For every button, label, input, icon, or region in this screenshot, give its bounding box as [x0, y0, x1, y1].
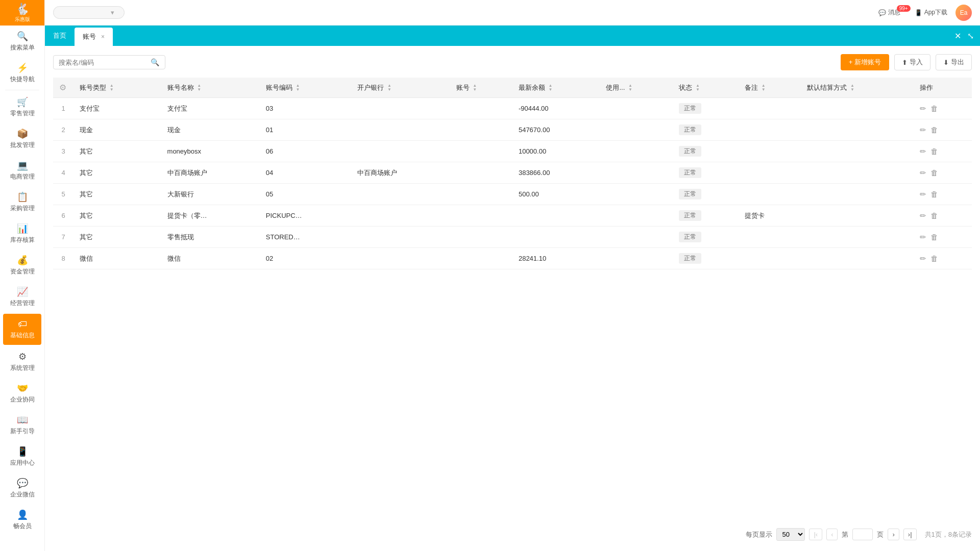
row-actions-1: ✏ 🗑	[914, 98, 972, 119]
row-code-7: STORED…	[260, 227, 352, 248]
delete-button-5[interactable]: 🗑	[930, 190, 938, 198]
page-label: 第	[842, 530, 848, 539]
col-balance[interactable]: 最新余额 ▲▼	[512, 78, 600, 98]
edit-button-1[interactable]: ✏	[920, 104, 926, 113]
edit-button-7[interactable]: ✏	[920, 233, 926, 242]
row-bank-8	[351, 248, 450, 269]
export-button[interactable]: ⬇ 导出	[936, 54, 972, 70]
tab-account[interactable]: 账号 ×	[75, 28, 113, 46]
app-icon: 📱	[915, 9, 922, 16]
row-account-7	[450, 227, 512, 248]
col-usage-label: 使用...	[606, 84, 625, 91]
delete-button-3[interactable]: 🗑	[930, 147, 938, 156]
col-bank[interactable]: 开户银行 ▲▼	[351, 78, 450, 98]
global-search-input[interactable]	[60, 9, 111, 16]
row-code-6: PICKUPC…	[260, 205, 352, 227]
computer-icon: 💻	[17, 160, 28, 171]
col-usage[interactable]: 使用... ▲▼	[600, 78, 673, 98]
edit-button-8[interactable]: ✏	[920, 254, 926, 263]
col-name[interactable]: 账号名称 ▲▼	[161, 78, 260, 98]
sidebar-item-inventory[interactable]: 📊 库存核算	[0, 218, 44, 249]
sidebar-item-guide[interactable]: 📖 新手引导	[0, 409, 44, 441]
last-page-button[interactable]: ›|	[903, 529, 917, 540]
col-code-label: 账号编码	[266, 84, 292, 91]
sidebar-item-wecom[interactable]: 💬 企业微信	[0, 472, 44, 504]
table-row: 1 支付宝 支付宝 03 -90444.00 正常 ✏ 🗑	[53, 98, 972, 119]
page-size-select[interactable]: 50 20 100	[776, 528, 805, 541]
tag-icon: 🏷	[18, 319, 27, 330]
sidebar-item-finance[interactable]: 💰 资金管理	[0, 249, 44, 281]
table-search-box[interactable]: 🔍	[53, 55, 165, 69]
global-search-box[interactable]: ▾	[53, 6, 125, 19]
delete-button-4[interactable]: 🗑	[930, 168, 938, 177]
sidebar-item-retail[interactable]: 🛒 零售管理	[0, 91, 44, 123]
sidebar-item-search[interactable]: 🔍 搜索菜单	[0, 26, 44, 57]
page-number-input[interactable]: 1	[852, 529, 873, 540]
sidebar-item-ecommerce[interactable]: 💻 电商管理	[0, 155, 44, 186]
import-button[interactable]: ⬆ 导入	[894, 54, 930, 70]
sidebar-item-operations[interactable]: 📈 经营管理	[0, 281, 44, 313]
col-type[interactable]: 账号类型 ▲▼	[74, 78, 161, 98]
import-label: 导入	[910, 58, 923, 67]
col-code[interactable]: 账号编码 ▲▼	[260, 78, 352, 98]
edit-button-3[interactable]: ✏	[920, 147, 926, 156]
delete-button-1[interactable]: 🗑	[930, 104, 938, 113]
col-account[interactable]: 账号 ▲▼	[450, 78, 512, 98]
sidebar-item-quicknav[interactable]: ⚡ 快捷导航	[0, 57, 44, 89]
edit-button-6[interactable]: ✏	[920, 211, 926, 220]
tab-close-icon[interactable]: ×	[101, 33, 105, 40]
row-name-5: 大新银行	[161, 184, 260, 205]
table-row: 3 其它 moneybosx 06 10000.00 正常 ✏ 🗑	[53, 141, 972, 162]
sidebar-item-purchase[interactable]: 📋 采购管理	[0, 186, 44, 218]
tab-expand-button[interactable]: ⤡	[965, 29, 976, 43]
row-settlement-5	[801, 184, 914, 205]
col-remark[interactable]: 备注 ▲▼	[739, 78, 801, 98]
col-settings[interactable]: ⚙	[53, 78, 74, 98]
status-badge-4: 正常	[679, 167, 701, 178]
prev-page-button[interactable]: ‹	[826, 529, 838, 540]
sidebar-item-appcenter[interactable]: 📱 应用中心	[0, 441, 44, 472]
row-remark-3	[739, 141, 801, 162]
table-row: 4 其它 中百商场账户 04 中百商场账户 383866.00 正常 ✏ 🗑	[53, 162, 972, 184]
row-status-6: 正常	[673, 205, 739, 227]
tab-home[interactable]: 首页	[45, 26, 75, 46]
edit-button-4[interactable]: ✏	[920, 168, 926, 178]
action-btns-5: ✏ 🗑	[920, 190, 966, 199]
sidebar-item-label: 搜索菜单	[10, 43, 35, 52]
col-action-label: 操作	[920, 84, 933, 91]
sidebar-item-basicinfo[interactable]: 🏷 基础信息	[3, 314, 41, 345]
edit-button-5[interactable]: ✏	[920, 190, 926, 199]
sidebar-item-system[interactable]: ⚙ 系统管理	[0, 346, 44, 378]
action-btns-3: ✏ 🗑	[920, 147, 966, 156]
message-button[interactable]: 💬 消息 99+	[878, 8, 906, 17]
avatar[interactable]: Ea	[955, 5, 972, 21]
toolbar: 🔍 + 新增账号 ⬆ 导入 ⬇ 导出	[53, 54, 972, 70]
row-bank-6	[351, 205, 450, 227]
col-status[interactable]: 状态 ▲▼	[673, 78, 739, 98]
delete-button-6[interactable]: 🗑	[930, 211, 938, 220]
edit-button-2[interactable]: ✏	[920, 126, 926, 135]
sidebar-item-member[interactable]: 👤 畅会员	[0, 504, 44, 536]
row-code-8: 02	[260, 248, 352, 269]
sidebar-item-collaboration[interactable]: 🤝 企业协同	[0, 378, 44, 409]
column-settings-button[interactable]: ⚙	[59, 83, 66, 92]
delete-button-7[interactable]: 🗑	[930, 233, 938, 241]
row-bank-7	[351, 227, 450, 248]
first-page-button[interactable]: |‹	[809, 529, 822, 540]
tab-close-all-button[interactable]: ✕	[952, 29, 963, 43]
app-download-button[interactable]: 📱 App下载	[915, 8, 947, 17]
sort-icon-remark: ▲▼	[762, 84, 766, 92]
col-settlement[interactable]: 默认结算方式 ▲▼	[801, 78, 914, 98]
row-settlement-7	[801, 227, 914, 248]
delete-button-2[interactable]: 🗑	[930, 126, 938, 134]
gear-icon: ⚙	[18, 351, 27, 362]
next-page-button[interactable]: ›	[888, 529, 899, 540]
sidebar-item-label: 基础信息	[10, 331, 35, 340]
delete-button-8[interactable]: 🗑	[930, 254, 938, 263]
table-search-input[interactable]	[59, 59, 151, 66]
sidebar-item-label: 企业微信	[10, 490, 35, 499]
cart-icon: 🛒	[17, 96, 28, 108]
add-account-button[interactable]: + 新增账号	[841, 54, 889, 70]
sidebar-item-wholesale[interactable]: 📦 批发管理	[0, 123, 44, 155]
row-name-8: 微信	[161, 248, 260, 269]
